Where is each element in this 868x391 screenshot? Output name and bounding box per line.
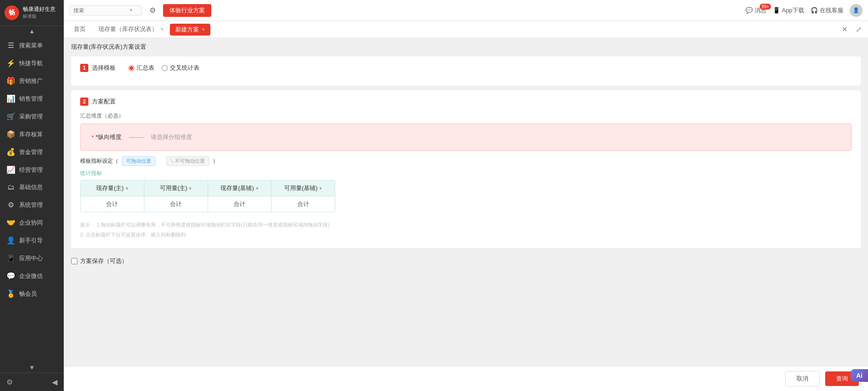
stats-table: 现存量(主) ▾ 可用量(主) ▾ 现存量(基辅) ▾ 可用量(基辅) — [80, 180, 335, 212]
dimension-required-label: 汇总维度（必选） — [80, 112, 852, 120]
stats-col-1[interactable]: 现存量(主) ▾ — [81, 180, 144, 196]
tab-new-plan[interactable]: 新建方案 × — [170, 24, 210, 36]
step2-badge: 2 — [80, 98, 88, 106]
app-download-btn[interactable]: 📱 App下载 — [773, 6, 804, 15]
sidebar-item-label: 销售管理 — [19, 95, 43, 103]
tab-inventory-label: 现存量（库存状况表） — [98, 25, 158, 33]
cancel-button[interactable]: 取消 — [785, 371, 820, 386]
sidebar-settings-btn[interactable]: ⚙ — [6, 378, 13, 386]
vertical-dim-label: *纵向维度 — [96, 133, 122, 141]
page-content: 现存量(库存状况表)方案设置 1 选择模板 汇总表 交叉统计表 — [64, 38, 868, 366]
tab-home[interactable]: 首页 — [67, 22, 92, 37]
tab-inventory[interactable]: 现存量（库存状况表） × — [92, 22, 170, 37]
sidebar-item-label: 库存核算 — [19, 130, 43, 139]
stats-cell-3: 合计 — [208, 196, 272, 212]
save-option: 方案保存（可选） — [71, 252, 861, 270]
appstore-icon: 📱 — [6, 254, 15, 262]
system-icon: ⚙ — [6, 201, 15, 209]
stats-col-4-label: 可用量(基辅) — [284, 184, 318, 192]
tips-box: 提示： 1.拖动标题栏可以调整布局，不可跨维度或指标区域拖动栏目字段(只能在同一… — [80, 221, 852, 239]
sidebar-item-system[interactable]: ⚙ 系统管理 — [0, 196, 64, 214]
trial-industry-btn[interactable]: 体验行业方案 — [163, 4, 211, 17]
finance-icon: 💰 — [6, 148, 15, 156]
tabs-expand-btn[interactable]: ⤢ — [853, 24, 864, 35]
sidebar-item-purchase[interactable]: 🛒 采购管理 — [0, 108, 64, 125]
sidebar-footer: ⚙ ◀ — [0, 373, 64, 391]
sidebar-item-quicknav[interactable]: ⚡ 快捷导航 — [0, 54, 64, 72]
sidebar-item-label: 经营管理 — [19, 166, 43, 174]
sidebar-item-sales[interactable]: 📊 销售管理 — [0, 90, 64, 108]
message-icon: 💬 — [745, 7, 753, 14]
step1-badge: 1 — [80, 64, 88, 72]
topbar-search-box[interactable]: ▾ — [69, 5, 142, 15]
search-input[interactable] — [73, 7, 128, 14]
indicator-label-close: ） — [213, 157, 218, 165]
stats-col-4-chevron: ▾ — [319, 185, 322, 191]
sidebar-scroll-down[interactable]: ▼ — [0, 362, 64, 373]
search-chevron-icon: ▾ — [130, 7, 133, 13]
tabs-close-all-btn[interactable]: ✕ — [839, 24, 850, 35]
sidebar-item-basic-info[interactable]: 🗂 基础信息 — [0, 179, 64, 196]
wechat-icon: 💬 — [6, 272, 15, 280]
step1-title: 选择模板 — [92, 64, 116, 72]
sidebar-item-guide[interactable]: 👤 新手引导 — [0, 232, 64, 249]
topbar: ▾ ⚙ 体验行业方案 💬 消息 99+ 📱 App下载 🎧 在线客服 👤 — [64, 0, 868, 21]
sidebar-item-marketing[interactable]: 🎁 营销推广 — [0, 72, 64, 90]
stats-cell-4: 合计 — [271, 196, 335, 212]
sidebar-item-inventory[interactable]: 📦 库存核算 — [0, 125, 64, 143]
tab-inventory-close[interactable]: × — [160, 26, 163, 32]
app-name: 畅康通好生意 — [23, 6, 56, 13]
ai-badge[interactable]: Ai — [851, 369, 868, 382]
radio-summary-input[interactable] — [128, 65, 134, 71]
message-btn[interactable]: 💬 消息 99+ — [745, 6, 766, 15]
sidebar-scroll-up[interactable]: ▲ — [0, 26, 64, 36]
step2-header: 2 方案配置 — [80, 98, 852, 106]
tips-line-1: 提示： 1.拖动标题栏可以调整布局，不可跨维度或指标区域拖动栏目字段(只能在同一… — [80, 221, 852, 229]
sidebar-item-label: 系统管理 — [19, 201, 43, 209]
stats-col-2-label: 可用量(主) — [160, 184, 188, 192]
member-icon: 🏅 — [6, 289, 15, 298]
sidebar-item-label: 营销推广 — [19, 77, 43, 85]
radio-summary-label: 汇总表 — [137, 64, 154, 72]
sidebar-nav: ☰ 搜索菜单 ⚡ 快捷导航 🎁 营销推广 📊 销售管理 🛒 采购管理 📦 库存核… — [0, 36, 64, 362]
stats-col-3-label: 现存量(基辅) — [220, 184, 254, 192]
stats-cell-1: 合计 — [81, 196, 144, 212]
user-avatar[interactable]: 👤 — [850, 4, 863, 17]
radio-crosstab[interactable]: 交叉统计表 — [162, 64, 199, 72]
dimension-box[interactable]: * *纵向维度 —— 请选择分组维度 — [80, 123, 852, 151]
stats-col-1-chevron: ▾ — [126, 185, 128, 191]
save-checkbox[interactable] — [71, 258, 77, 264]
main-area: ▾ ⚙ 体验行业方案 💬 消息 99+ 📱 App下载 🎧 在线客服 👤 首页 — [64, 0, 868, 391]
online-service-btn[interactable]: 🎧 在线客服 — [811, 6, 843, 15]
sidebar-item-label: 资金管理 — [19, 148, 43, 156]
save-option-label: 方案保存（可选） — [80, 257, 128, 265]
sidebar-item-search[interactable]: ☰ 搜索菜单 — [0, 36, 64, 54]
radio-summary[interactable]: 汇总表 — [128, 64, 154, 72]
search-menu-icon: ☰ — [6, 41, 15, 50]
sidebar-item-appstore[interactable]: 📱 应用中心 — [0, 249, 64, 267]
indicator-label: 模板指标设定（ — [80, 157, 118, 165]
tab-home-label: 首页 — [74, 25, 86, 33]
message-badge: 99+ — [760, 4, 771, 10]
template-radio-group: 汇总表 交叉统计表 — [128, 64, 199, 72]
sidebar-item-wechat[interactable]: 💬 企业微信 — [0, 267, 64, 285]
guide-icon: 👤 — [6, 236, 15, 245]
tabs-right-controls: ✕ ⤢ — [839, 24, 864, 35]
sidebar-collapse-btn[interactable]: ◀ — [52, 378, 57, 386]
inventory-icon: 📦 — [6, 130, 15, 139]
sidebar-item-finance[interactable]: 💰 资金管理 — [0, 143, 64, 161]
dimension-required-star: * — [92, 134, 94, 141]
sidebar-item-member[interactable]: 🏅 畅会员 — [0, 285, 64, 303]
stats-col-4[interactable]: 可用量(基辅) ▾ — [271, 180, 335, 196]
stats-col-2[interactable]: 可用量(主) ▾ — [144, 180, 208, 196]
radio-crosstab-input[interactable] — [162, 65, 168, 71]
sidebar-item-management[interactable]: 📈 经营管理 — [0, 161, 64, 179]
tab-new-plan-close[interactable]: × — [202, 26, 205, 33]
radio-crosstab-label: 交叉统计表 — [170, 64, 199, 72]
sidebar-item-label: 快捷导航 — [19, 59, 43, 67]
cooperation-icon: 🤝 — [6, 218, 15, 227]
stats-col-3[interactable]: 现存量(基辅) ▾ — [208, 180, 272, 196]
topbar-settings-btn[interactable]: ⚙ — [147, 5, 158, 15]
sidebar-item-label: 企业协同 — [19, 219, 43, 227]
sidebar-item-cooperation[interactable]: 🤝 企业协同 — [0, 214, 64, 232]
